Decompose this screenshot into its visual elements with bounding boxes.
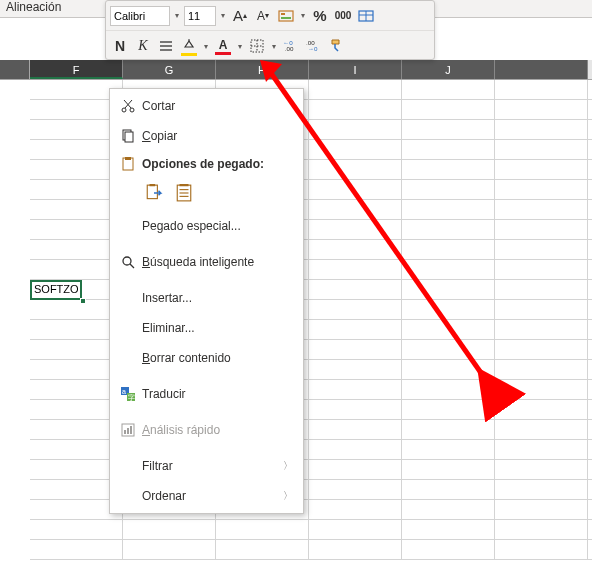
svg-rect-27 bbox=[180, 184, 189, 186]
quick-analysis-icon bbox=[120, 422, 142, 438]
col-header-I[interactable]: I bbox=[309, 60, 402, 79]
svg-rect-21 bbox=[125, 132, 133, 142]
menu-smart-lookup[interactable]: Búsqueda inteligenteBúsqueda inteligente bbox=[110, 247, 303, 277]
accounting-dropdown-icon[interactable]: ▾ bbox=[299, 6, 307, 26]
svg-point-31 bbox=[123, 257, 131, 265]
col-header-H[interactable]: H bbox=[216, 60, 309, 79]
format-painter-button[interactable] bbox=[327, 35, 347, 57]
increase-decimal-button[interactable]: ←0.00 bbox=[281, 35, 301, 57]
paste-options-label: Opciones de pegado: bbox=[142, 157, 293, 171]
borders-button[interactable] bbox=[247, 35, 267, 57]
fill-handle[interactable] bbox=[80, 298, 86, 304]
select-all-corner[interactable] bbox=[0, 60, 30, 79]
decrease-font-button[interactable]: A▾ bbox=[253, 5, 273, 27]
paste-options-row bbox=[110, 177, 303, 211]
col-header-extra[interactable] bbox=[495, 60, 588, 79]
menu-cut-label: Cortar bbox=[142, 99, 293, 113]
menu-paste-special[interactable]: Pegado especial... bbox=[110, 211, 303, 241]
svg-rect-2 bbox=[281, 17, 291, 19]
svg-point-16 bbox=[122, 108, 126, 112]
translate-icon: a字 bbox=[120, 386, 142, 402]
svg-rect-39 bbox=[127, 428, 129, 434]
copy-icon bbox=[120, 128, 142, 144]
menu-cut[interactable]: Cortar bbox=[110, 91, 303, 121]
font-size-input[interactable] bbox=[184, 6, 216, 26]
decrease-decimal-button[interactable]: .00→0 bbox=[304, 35, 324, 57]
menu-filter[interactable]: Filtrar 〉 bbox=[110, 451, 303, 481]
mini-toolbar: ▾ ▾ A▴ A▾ ▾ % 000 N K ▾ A ▾ ▾ ←0.00 .00→… bbox=[105, 0, 435, 60]
accounting-format-button[interactable] bbox=[276, 5, 296, 27]
chevron-right-icon: 〉 bbox=[283, 489, 293, 503]
fill-color-dropdown-icon[interactable]: ▾ bbox=[202, 36, 210, 56]
col-header-F[interactable]: F bbox=[30, 60, 123, 79]
col-header-J[interactable]: J bbox=[402, 60, 495, 79]
clipboard-icon bbox=[120, 156, 142, 172]
svg-rect-38 bbox=[124, 430, 126, 434]
fill-color-button[interactable] bbox=[179, 35, 199, 57]
svg-rect-23 bbox=[125, 157, 131, 160]
menu-copy[interactable]: CCopiaropiar bbox=[110, 121, 303, 151]
col-header-G[interactable]: G bbox=[123, 60, 216, 79]
borders-dropdown-icon[interactable]: ▾ bbox=[270, 36, 278, 56]
scissors-icon bbox=[120, 98, 142, 114]
svg-rect-0 bbox=[279, 11, 293, 21]
svg-rect-25 bbox=[150, 184, 156, 186]
menu-paste-options-header: Opciones de pegado: bbox=[110, 151, 303, 177]
menu-translate[interactable]: a字 Traducir bbox=[110, 379, 303, 409]
font-name-dropdown-icon[interactable]: ▾ bbox=[173, 6, 181, 26]
menu-clear-label: Borrar contenidoBorrar contenido bbox=[142, 351, 293, 365]
percent-button[interactable]: % bbox=[310, 5, 330, 27]
context-menu: Cortar CCopiaropiar Opciones de pegado: … bbox=[109, 88, 304, 514]
menu-clear[interactable]: Borrar contenidoBorrar contenido bbox=[110, 343, 303, 373]
font-color-dropdown-icon[interactable]: ▾ bbox=[236, 36, 244, 56]
svg-text:→0: →0 bbox=[308, 45, 318, 52]
menu-smart-lookup-label: Búsqueda inteligenteBúsqueda inteligente bbox=[142, 255, 293, 269]
menu-delete-label: Eliminar... bbox=[142, 321, 293, 335]
menu-quick-analysis: Análisis rápidoAnálisis rápido bbox=[110, 415, 303, 445]
chevron-right-icon: 〉 bbox=[283, 459, 293, 473]
menu-filter-label: Filtrar bbox=[142, 459, 283, 473]
svg-rect-24 bbox=[147, 185, 157, 199]
ribbon-tab-alineacion[interactable]: Alineación bbox=[0, 0, 67, 16]
font-size-dropdown-icon[interactable]: ▾ bbox=[219, 6, 227, 26]
font-color-button[interactable]: A bbox=[213, 35, 233, 57]
paste-values-button[interactable] bbox=[172, 181, 196, 205]
menu-quick-analysis-label: Análisis rápidoAnálisis rápido bbox=[142, 423, 293, 437]
menu-copy-label: CCopiaropiar bbox=[142, 129, 293, 143]
menu-delete[interactable]: Eliminar... bbox=[110, 313, 303, 343]
paste-normal-button[interactable] bbox=[142, 181, 166, 205]
font-name-input[interactable] bbox=[110, 6, 170, 26]
comma-style-button[interactable]: 000 bbox=[333, 5, 353, 27]
svg-line-18 bbox=[125, 100, 132, 108]
menu-sort-label: Ordenar bbox=[142, 489, 283, 503]
svg-rect-40 bbox=[130, 426, 132, 434]
increase-font-button[interactable]: A▴ bbox=[230, 5, 250, 27]
menu-insert-label: Insertar... bbox=[142, 291, 293, 305]
italic-button[interactable]: K bbox=[133, 35, 153, 57]
bold-button[interactable]: N bbox=[110, 35, 130, 57]
svg-text:a: a bbox=[122, 388, 126, 395]
svg-line-19 bbox=[124, 100, 131, 108]
search-icon bbox=[120, 254, 142, 270]
menu-paste-special-label: Pegado especial... bbox=[142, 219, 293, 233]
svg-rect-1 bbox=[281, 13, 285, 15]
menu-translate-label: Traducir bbox=[142, 387, 293, 401]
align-button[interactable] bbox=[156, 35, 176, 57]
format-table-button[interactable] bbox=[356, 5, 376, 27]
menu-insert[interactable]: Insertar... bbox=[110, 283, 303, 313]
svg-point-17 bbox=[130, 108, 134, 112]
svg-text:.00: .00 bbox=[285, 45, 294, 52]
svg-text:字: 字 bbox=[128, 394, 135, 401]
active-cell[interactable]: SOFTZO bbox=[30, 280, 82, 300]
column-headers: F G H I J bbox=[0, 60, 592, 80]
svg-line-32 bbox=[130, 264, 134, 268]
menu-sort[interactable]: Ordenar 〉 bbox=[110, 481, 303, 511]
